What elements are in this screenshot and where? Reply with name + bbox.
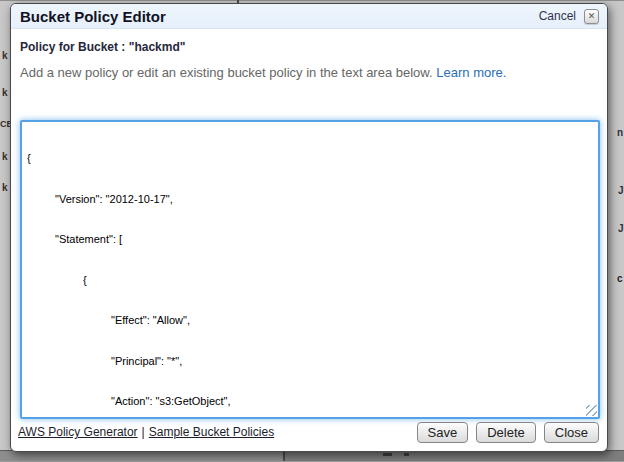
policy-for-bucket-label: Policy for Bucket : "hackmd": [20, 40, 598, 54]
sample-bucket-policies-link[interactable]: Sample Bucket Policies: [149, 425, 274, 439]
delete-button[interactable]: Delete: [476, 422, 536, 443]
cancel-link[interactable]: Cancel: [539, 9, 576, 23]
background-panel: [0, 451, 283, 461]
policy-line: {: [27, 274, 593, 288]
bg-text-fragment: k: [2, 87, 8, 98]
dialog-footer: AWS Policy Generator|Sample Bucket Polic…: [11, 417, 607, 451]
bg-text-fragment: k: [2, 50, 8, 61]
bg-text-fragment: n: [617, 127, 623, 138]
policy-line: "Version": "2012-10-17",: [27, 193, 593, 207]
dialog-title: Bucket Policy Editor: [20, 8, 166, 25]
background-divider: [283, 451, 285, 461]
bg-text-fragment: k: [2, 182, 8, 193]
policy-line: "Statement": [: [27, 233, 593, 247]
bg-text-fragment: J: [618, 223, 624, 234]
policy-line: "Principal": "*",: [27, 355, 593, 369]
aws-policy-generator-link[interactable]: AWS Policy Generator: [18, 425, 138, 439]
policy-textarea[interactable]: { "Version": "2012-10-17", "Statement": …: [20, 120, 600, 419]
footer-buttons: Save Delete Close: [409, 422, 599, 443]
dialog-body: Policy for Bucket : "hackmd" Add a new p…: [11, 29, 607, 419]
bg-text-fragment: [404, 453, 409, 456]
link-separator: |: [142, 425, 145, 439]
bucket-policy-editor-dialog: Bucket Policy Editor Cancel ✕ Policy for…: [10, 3, 608, 452]
policy-line: "Effect": "Allow",: [27, 314, 593, 328]
footer-links: AWS Policy Generator|Sample Bucket Polic…: [18, 425, 274, 439]
close-button[interactable]: Close: [544, 422, 599, 443]
bg-text-fragment: k: [2, 151, 8, 162]
policy-line: "Action": "s3:GetObject",: [27, 395, 593, 409]
save-button[interactable]: Save: [417, 422, 469, 443]
page-background: k k CE k k n J J c Bucket Policy Editor …: [0, 0, 624, 462]
description-main: Add a new policy or edit an existing buc…: [20, 65, 433, 80]
bg-text-fragment: [383, 453, 392, 456]
learn-more-link[interactable]: Learn more.: [436, 65, 506, 80]
bg-text-fragment: J: [618, 185, 624, 196]
textarea-resize-handle-icon[interactable]: [586, 405, 597, 416]
close-icon[interactable]: ✕: [584, 9, 599, 24]
dialog-header: Bucket Policy Editor Cancel ✕: [11, 4, 607, 29]
description-text: Add a new policy or edit an existing buc…: [20, 65, 598, 80]
policy-line: {: [27, 152, 593, 166]
bg-text-fragment: c: [617, 273, 623, 284]
background-divider: [0, 0, 624, 1]
